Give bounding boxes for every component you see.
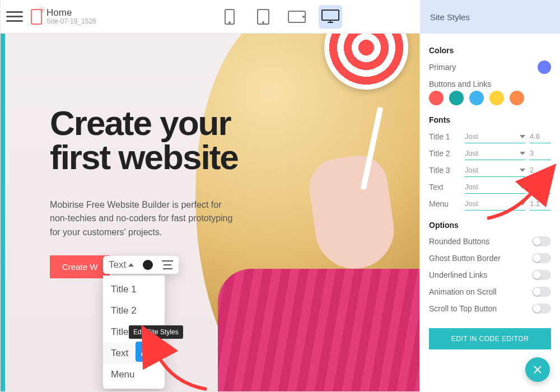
style-option-menu[interactable]: Menu [103,364,165,385]
pencil-icon [141,347,151,357]
buttons-links-label: Buttons and Links [429,80,551,88]
svg-rect-7 [322,10,339,20]
edit-site-styles-button[interactable] [136,342,156,362]
swatch-3[interactable] [469,91,484,105]
device-tablet-landscape[interactable] [285,5,309,29]
chevron-down-icon [520,202,525,206]
editor-canvas-wrap: Create your first website Mobirise Free … [0,34,420,392]
device-tablet-portrait[interactable] [251,5,275,29]
toggle[interactable] [532,270,551,280]
swatch-2[interactable] [449,91,464,105]
option-scroll-top: Scroll to Top Button [429,304,551,314]
close-icon [532,364,543,375]
font-label: Text [429,183,460,192]
panel-title: Site Styles [420,0,560,34]
edit-code-button[interactable]: EDIT IN CODE EDITOR [429,328,551,349]
toggle[interactable] [532,236,551,246]
svg-point-6 [303,16,304,17]
font-row-title2: Title 2 Jost 3 [429,147,551,160]
option-ghost-border: Ghost Button Border [429,253,551,263]
font-size-input[interactable]: 1.1 [530,197,551,211]
font-row-text: Text Jost 1.2 [429,180,551,194]
font-family-select[interactable]: Jost [465,147,525,160]
options-heading: Options [429,221,551,230]
colors-heading: Colors [429,46,551,55]
text-align-button[interactable] [162,260,173,269]
text-style-dropdown-trigger[interactable]: Text [109,259,134,270]
close-panel-button[interactable] [525,357,550,382]
style-option-title1[interactable]: Title 1 [103,279,165,300]
editor-canvas[interactable]: Create your first website Mobirise Free … [5,34,419,391]
chevron-down-icon [520,135,525,138]
device-phone[interactable] [218,5,241,29]
style-option-title2[interactable]: Title 2 [103,300,165,321]
option-animation-scroll: Animation on Scroll [429,287,551,297]
font-size-input[interactable]: 4.6 [530,130,551,143]
menu-button[interactable] [6,8,23,25]
font-family-select[interactable]: Jost [465,197,525,211]
font-label: Title 3 [429,166,460,175]
font-family-select[interactable]: Jost [465,180,525,194]
swatch-5[interactable] [510,91,524,105]
font-family-select[interactable]: Jost [465,130,525,143]
font-size-input[interactable]: 3 [530,147,551,160]
color-swatches [429,91,551,105]
text-color-button[interactable] [143,260,153,270]
primary-color-label: Primary [429,63,456,72]
chevron-down-icon [520,152,525,155]
primary-color-swatch[interactable] [538,60,551,74]
font-row-title1: Title 1 Jost 4.6 [429,130,551,143]
swatch-1[interactable] [429,91,444,105]
site-styles-panel: Site Styles Colors Primary Buttons and L… [420,0,560,392]
hero-body[interactable]: Mobirise Free Website Builder is perfect… [50,198,235,240]
device-desktop[interactable] [319,5,342,29]
chevron-up-icon [128,263,134,267]
hero-block[interactable]: Create your first website Mobirise Free … [50,106,285,278]
toggle[interactable] [532,253,551,263]
option-underlined-links: Underlined Links [429,270,551,280]
font-size-input[interactable]: 2 [530,164,551,177]
hero-heading[interactable]: Create your first website [50,106,285,175]
device-switcher [218,5,342,29]
resize-handle-left[interactable] [1,34,5,391]
page-title: Home [46,7,96,18]
font-label: Title 1 [429,132,460,141]
svg-point-2 [229,22,230,23]
site-name: Site-07-19_1528 [46,18,96,26]
font-label: Title 2 [429,149,460,158]
font-size-input[interactable]: 1.2 [530,180,551,194]
swatch-4[interactable] [489,91,504,105]
svg-point-4 [263,22,264,23]
gear-icon [39,7,45,13]
page-indicator[interactable]: Home Site-07-19_1528 [31,7,96,26]
font-row-title3: Title 3 Jost 2 [429,164,551,177]
page-icon [31,9,42,25]
font-label: Menu [429,199,460,208]
option-rounded-buttons: Rounded Buttons [429,236,551,246]
font-family-select[interactable]: Jost [465,164,525,177]
hero-cta-button[interactable]: Create W [50,255,110,278]
chevron-down-icon [520,185,525,189]
font-row-menu: Menu Jost 1.1 [429,197,551,211]
toggle[interactable] [532,287,551,297]
text-style-toolbar: Text [103,256,179,274]
svg-point-0 [41,9,43,11]
toggle[interactable] [532,304,551,314]
edit-site-styles-tooltip: Edit Site Styles [129,325,183,339]
fonts-heading: Fonts [429,115,551,124]
chevron-down-icon [520,169,525,172]
